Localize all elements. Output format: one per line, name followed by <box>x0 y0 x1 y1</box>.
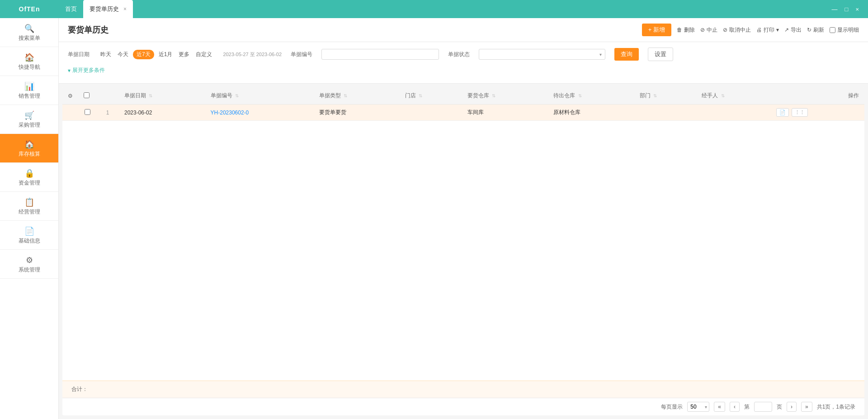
table-scroll: ⚙ 单据日期 ⇅ 单据编号 ⇅ <box>62 87 864 381</box>
tab-home[interactable]: 首页 <box>59 0 83 18</box>
today-shortcut[interactable]: 今天 <box>116 50 130 59</box>
td-row-checkbox <box>78 105 96 121</box>
last-page-btn[interactable]: » <box>801 402 812 412</box>
window-minimize-btn[interactable]: — <box>832 6 838 13</box>
custom-shortcut[interactable]: 自定义 <box>194 50 214 59</box>
last7days-shortcut[interactable]: 近7天 <box>133 50 154 59</box>
search-menu-icon: 🔍 <box>24 24 34 33</box>
sort-pending-warehouse-icon: ⇅ <box>578 93 582 98</box>
th-req-warehouse[interactable]: 要货仓库 ⇅ <box>462 87 548 105</box>
page-number-input[interactable]: 1 <box>754 402 772 412</box>
delete-button[interactable]: 🗑 删除 <box>677 26 695 34</box>
content-area: 要货单历史 + 新增 🗑 删除 ⊘ 中止 ⊘ 取消中止 🖨 打印 <box>59 18 868 419</box>
expand-more-btn[interactable]: ▾ 展开更多条件 <box>68 67 105 74</box>
print-button[interactable]: 🖨 打印 ▾ <box>756 26 779 34</box>
sidebar-item-quick-nav[interactable]: 🏠 快捷导航 <box>0 47 58 76</box>
page-header: 要货单历史 + 新增 🗑 删除 ⊘ 中止 ⊘ 取消中止 🖨 打印 <box>59 18 868 42</box>
bill-status-select-wrapper <box>479 49 605 60</box>
sidebar-item-purchase-mgmt[interactable]: 🛒 采购管理 <box>0 105 58 134</box>
row-checkbox[interactable] <box>85 109 90 115</box>
more-shortcut[interactable]: 更多 <box>177 50 191 59</box>
bill-number-input[interactable] <box>321 49 439 60</box>
sort-bill-number-icon: ⇅ <box>235 93 239 98</box>
page-size-wrapper: 20 50 100 <box>687 402 709 412</box>
window-maximize-btn[interactable]: □ <box>845 6 849 13</box>
tab-requisition-history-label: 要货单历史 <box>90 5 119 13</box>
th-store[interactable]: 门店 ⇅ <box>400 87 462 105</box>
print-chevron-icon: ▾ <box>776 27 779 33</box>
row-more-btn[interactable]: ⋮⋮ <box>792 108 808 117</box>
page-input-label: 第 <box>744 403 750 411</box>
cancel-stop-label: 取消中止 <box>729 26 751 34</box>
display-detail-label: 显示明细 <box>837 26 859 34</box>
export-button[interactable]: ↗ 导出 <box>784 26 802 34</box>
next-page-btn[interactable]: › <box>787 402 797 412</box>
cancel-stop-button[interactable]: ⊘ 取消中止 <box>723 26 751 34</box>
th-checkbox <box>78 87 96 105</box>
bill-status-select[interactable] <box>479 49 605 60</box>
display-detail-toggle[interactable]: 显示明细 <box>830 26 859 34</box>
prev-page-btn[interactable]: ‹ <box>730 402 740 412</box>
query-button[interactable]: 查询 <box>614 48 639 61</box>
stop-button[interactable]: ⊘ 中止 <box>700 26 717 34</box>
sidebar-item-ops-mgmt[interactable]: 📋 经营管理 <box>0 192 58 221</box>
table-header-row: ⚙ 单据日期 ⇅ 单据编号 ⇅ <box>62 87 864 105</box>
sort-department-icon: ⇅ <box>653 93 657 98</box>
bill-date-filter-label: 单据日期 <box>68 51 90 58</box>
refresh-icon: ↻ <box>807 27 811 33</box>
sidebar-item-inventory[interactable]: 🏠 库存核算 <box>0 134 58 163</box>
tab-requisition-history[interactable]: 要货单历史 × <box>83 0 133 18</box>
window-close-btn[interactable]: × <box>855 6 859 13</box>
toolbar: + 新增 🗑 删除 ⊘ 中止 ⊘ 取消中止 🖨 打印 ▾ <box>642 24 859 42</box>
sidebar-item-basic-info-label: 基础信息 <box>19 237 40 245</box>
refresh-button[interactable]: ↻ 刷新 <box>807 26 824 34</box>
td-bill-type: 要货单要货 <box>314 105 400 121</box>
sidebar-item-sys-mgmt[interactable]: ⚙ 系统管理 <box>0 250 58 279</box>
row-actions: 📄 ⋮⋮ <box>776 108 859 117</box>
tab-close-icon[interactable]: × <box>123 6 127 12</box>
bill-number-link[interactable]: YH-20230602-0 <box>211 110 249 116</box>
filter-row-expand: ▾ 展开更多条件 <box>68 65 859 74</box>
th-bill-number[interactable]: 单据编号 ⇅ <box>205 87 314 105</box>
sidebar: 🔍 搜索菜单 🏠 快捷导航 📊 销售管理 🛒 采购管理 🏠 库存核算 🔒 资金管… <box>0 18 59 419</box>
th-settings[interactable]: ⚙ <box>62 87 78 105</box>
total-info: 共1页，1条记录 <box>817 403 855 411</box>
sidebar-item-finance-mgmt[interactable]: 🔒 资金管理 <box>0 163 58 192</box>
th-bill-type[interactable]: 单据类型 ⇅ <box>314 87 400 105</box>
page-size-select[interactable]: 20 50 100 <box>687 402 709 412</box>
main-layout: 🔍 搜索菜单 🏠 快捷导航 📊 销售管理 🛒 采购管理 🏠 库存核算 🔒 资金管… <box>0 18 868 419</box>
td-row-settings <box>62 105 78 121</box>
th-pending-warehouse[interactable]: 待出仓库 ⇅ <box>548 87 634 105</box>
tab-home-label: 首页 <box>65 5 77 13</box>
table-body: 1 2023-06-02 YH-20230602-0 要货单要货 车间库 原材料… <box>62 105 864 121</box>
th-department[interactable]: 部门 ⇅ <box>634 87 697 105</box>
table-header: ⚙ 单据日期 ⇅ 单据编号 ⇅ <box>62 87 864 105</box>
th-handler[interactable]: 经手人 ⇅ <box>696 87 770 105</box>
settings-button[interactable]: 设置 <box>648 48 673 61</box>
new-button[interactable]: + 新增 <box>642 24 671 36</box>
pagination-bar: 每页显示 20 50 100 « ‹ 第 1 页 › » 共1页，1条记录 <box>62 398 864 415</box>
page-suffix: 页 <box>777 403 782 411</box>
display-detail-checkbox[interactable] <box>830 27 835 33</box>
th-bill-date[interactable]: 单据日期 ⇅ <box>119 87 205 105</box>
last1month-shortcut[interactable]: 近1月 <box>157 50 175 59</box>
sidebar-item-sales-mgmt[interactable]: 📊 销售管理 <box>0 76 58 105</box>
sidebar-item-search-menu[interactable]: 🔍 搜索菜单 <box>0 18 58 47</box>
logo: OfTEn <box>0 0 59 18</box>
row-view-btn[interactable]: 📄 <box>776 108 789 117</box>
select-all-checkbox[interactable] <box>84 92 90 98</box>
th-operation: 操作 <box>771 87 865 105</box>
filter-row-1: 单据日期 昨天 今天 近7天 近1月 更多 自定义 2023-05-27 至 2… <box>68 48 859 61</box>
expand-more-label: 展开更多条件 <box>72 67 105 74</box>
td-department <box>634 105 697 121</box>
yesterday-shortcut[interactable]: 昨天 <box>99 50 113 59</box>
sort-req-warehouse-icon: ⇅ <box>492 93 495 98</box>
sidebar-item-inventory-label: 库存核算 <box>19 150 40 158</box>
first-page-btn[interactable]: « <box>714 402 725 412</box>
sales-mgmt-icon: 📊 <box>24 82 34 90</box>
td-bill-number: YH-20230602-0 <box>205 105 314 121</box>
finance-mgmt-icon: 🔒 <box>24 169 34 177</box>
sort-handler-icon: ⇅ <box>721 93 725 98</box>
table-wrapper: ⚙ 单据日期 ⇅ 单据编号 ⇅ <box>62 87 864 415</box>
sidebar-item-basic-info[interactable]: 📄 基础信息 <box>0 221 58 250</box>
